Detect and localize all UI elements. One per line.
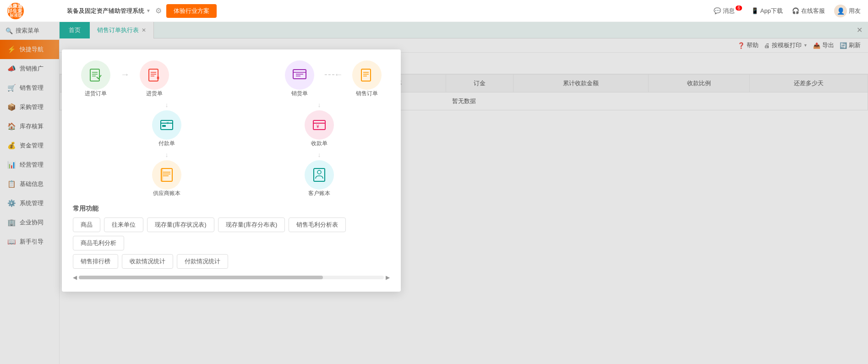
func-btn-payment-stats[interactable]: 付款情况统计 bbox=[177, 254, 228, 269]
message-action[interactable]: 💬 消息 6 bbox=[714, 7, 742, 15]
customer-ledger-circle bbox=[305, 160, 334, 190]
svg-point-31 bbox=[317, 170, 321, 174]
func-row-2: 销售排行榜 收款情况统计 付款情况统计 bbox=[73, 254, 390, 269]
svg-rect-20 bbox=[162, 125, 166, 127]
trial-button[interactable]: 体验行业方案 bbox=[166, 4, 217, 18]
avatar: 👤 bbox=[834, 5, 847, 17]
common-functions: 常用功能 商品 往来单位 现存量(库存状况表) 现存量(库存分布表) 销售毛利分… bbox=[73, 205, 390, 269]
flow-row-3: 供应商账本 客户账本 bbox=[73, 160, 390, 197]
flow-item-sales-bill[interactable]: 销货单 bbox=[277, 60, 322, 98]
dropdown-arrow-icon: ▼ bbox=[146, 8, 151, 13]
purchase-order-icon bbox=[88, 68, 103, 82]
purchase-order-label: 进货订单 bbox=[85, 90, 107, 98]
down-arrows-row2: ↓ ↓ bbox=[73, 151, 390, 158]
svg-rect-22 bbox=[313, 120, 325, 130]
func-btn-sales-profit[interactable]: 销售毛利分析表 bbox=[289, 217, 346, 232]
func-btn-inventory-dist[interactable]: 现存量(库存分布表) bbox=[218, 217, 285, 232]
flow-item-payment[interactable]: ¥ 付款单 bbox=[144, 110, 190, 147]
payment-circle: ¥ bbox=[152, 110, 181, 140]
func-row-1: 商品 往来单位 现存量(库存状况表) 现存量(库存分布表) 销售毛利分析表 商品… bbox=[73, 217, 390, 250]
app-download-action[interactable]: 📱 App下载 bbox=[751, 7, 783, 15]
supplier-ledger-icon bbox=[159, 168, 174, 182]
flow-item-purchase-bill[interactable]: 进货单 bbox=[131, 60, 177, 98]
scroll-right-icon[interactable]: ▶ bbox=[386, 274, 390, 281]
settings-icon[interactable]: ⚙ bbox=[155, 6, 162, 15]
user-menu[interactable]: 👤 用友 bbox=[834, 5, 861, 17]
online-service-action[interactable]: 🎧 在线客服 bbox=[792, 7, 825, 15]
flow-item-customer-ledger[interactable]: 客户账本 bbox=[296, 160, 342, 197]
purchase-order-circle bbox=[81, 60, 110, 90]
flow-item-purchase-order[interactable]: 进货订单 bbox=[73, 60, 119, 98]
flow-item-sales-order[interactable]: 销售订单 bbox=[344, 60, 390, 98]
svg-text:¥: ¥ bbox=[166, 121, 169, 125]
svg-text:¥: ¥ bbox=[316, 124, 319, 129]
func-btn-goods[interactable]: 商品 bbox=[73, 217, 100, 232]
svg-rect-4 bbox=[149, 69, 158, 81]
payment-icon: ¥ bbox=[159, 118, 174, 132]
logo-icon: 畅康通好生意 标准版 bbox=[7, 3, 24, 19]
message-icon: 💬 bbox=[714, 7, 721, 14]
customer-ledger-label: 客户账本 bbox=[308, 190, 330, 197]
overlay: 进货订单 → bbox=[0, 22, 868, 364]
func-btn-partners[interactable]: 往来单位 bbox=[104, 217, 143, 232]
sales-order-circle bbox=[352, 60, 382, 90]
payment-label: 付款单 bbox=[158, 140, 175, 147]
flow-item-supplier-ledger[interactable]: 供应商账本 bbox=[144, 160, 190, 197]
func-btn-goods-profit[interactable]: 商品毛利分析 bbox=[73, 236, 124, 250]
arrow-dashed-1: - - -← bbox=[322, 69, 344, 80]
purchase-bill-circle bbox=[140, 60, 169, 90]
svg-rect-0 bbox=[90, 69, 99, 81]
purchase-bill-icon bbox=[147, 68, 162, 82]
flow-row-1: 进货订单 → bbox=[73, 60, 390, 98]
system-selector[interactable]: 装备及固定资产辅助管理系统 ▼ bbox=[67, 7, 151, 15]
receipt-circle: ¥ bbox=[305, 110, 334, 140]
flow-item-receipt[interactable]: ¥ 收款单 bbox=[296, 110, 342, 147]
func-btn-sales-ranking[interactable]: 销售排行榜 bbox=[73, 254, 118, 269]
flow-row-2: ¥ 付款单 ¥ bbox=[73, 110, 390, 147]
receipt-label: 收款单 bbox=[311, 140, 328, 147]
message-badge: 6 bbox=[736, 5, 742, 11]
svg-rect-29 bbox=[161, 168, 163, 181]
quick-dialog: 进货订单 → bbox=[62, 49, 401, 292]
scrollbar-track[interactable] bbox=[79, 276, 384, 279]
scroll-left-icon[interactable]: ◀ bbox=[73, 274, 77, 281]
logo-area: 畅康通好生意 标准版 bbox=[7, 3, 62, 19]
down-arrow-receipt: ↓ bbox=[296, 101, 342, 109]
purchase-bill-label: 进货单 bbox=[146, 90, 163, 98]
headset-icon: 🎧 bbox=[792, 7, 799, 14]
top-header: 畅康通好生意 标准版 装备及固定资产辅助管理系统 ▼ ⚙ 体验行业方案 💬 消息… bbox=[0, 0, 868, 22]
down-arrow-payment: ↓ bbox=[144, 101, 190, 109]
sales-bill-circle bbox=[285, 60, 314, 90]
sales-order-icon bbox=[360, 68, 374, 82]
customer-ledger-icon bbox=[312, 168, 327, 182]
arrow-1: → bbox=[119, 69, 131, 80]
common-functions-title: 常用功能 bbox=[73, 205, 390, 213]
receipt-icon: ¥ bbox=[312, 118, 327, 132]
supplier-ledger-label: 供应商账本 bbox=[153, 190, 180, 197]
down-arrows-row: ↓ ↓ bbox=[73, 101, 390, 109]
down-arrow-supplier: ↓ bbox=[144, 151, 190, 158]
sales-bill-label: 销货单 bbox=[291, 90, 308, 98]
down-arrow-customer: ↓ bbox=[296, 151, 342, 158]
scrollbar-thumb bbox=[79, 276, 323, 279]
func-btn-receipt-stats[interactable]: 收款情况统计 bbox=[122, 254, 173, 269]
svg-rect-14 bbox=[361, 69, 371, 81]
func-btn-inventory-status[interactable]: 现存量(库存状况表) bbox=[147, 217, 214, 232]
supplier-ledger-circle bbox=[152, 160, 181, 190]
dialog-scrollbar: ◀ ▶ bbox=[73, 274, 390, 281]
system-title: 装备及固定资产辅助管理系统 bbox=[67, 7, 144, 15]
phone-icon: 📱 bbox=[751, 7, 759, 14]
sales-bill-icon bbox=[292, 68, 307, 82]
sales-order-label: 销售订单 bbox=[356, 90, 378, 98]
